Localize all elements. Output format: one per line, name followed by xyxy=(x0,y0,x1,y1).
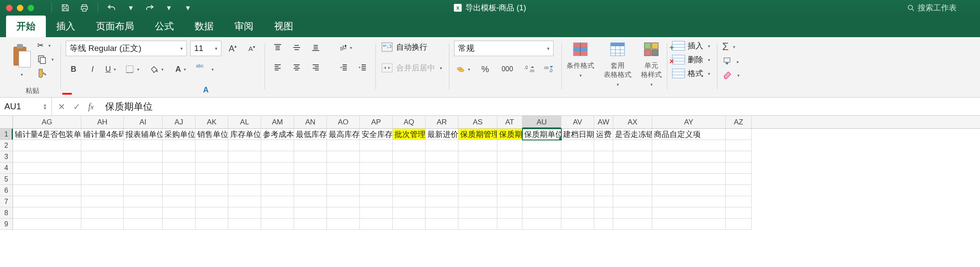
cell-AI6[interactable] xyxy=(124,185,163,196)
cell-AX9[interactable] xyxy=(613,219,652,230)
cell-AW7[interactable] xyxy=(594,196,613,207)
cell-AO7[interactable] xyxy=(327,196,360,207)
cell-AM9[interactable] xyxy=(261,219,294,230)
paste-button[interactable] xyxy=(10,42,34,70)
cell-AZ8[interactable] xyxy=(726,207,752,219)
row-header-7[interactable]: 7 xyxy=(0,196,13,207)
cell-AR5[interactable] xyxy=(426,174,458,185)
column-header-AY[interactable]: AY xyxy=(652,116,726,128)
cell-AI5[interactable] xyxy=(124,174,163,185)
decrease-decimal-button[interactable]: .00.0 xyxy=(541,62,556,76)
cell-AH1[interactable]: 辅计量4条码 xyxy=(81,129,124,140)
cell-AJ6[interactable] xyxy=(163,185,195,196)
column-header-AT[interactable]: AT xyxy=(497,116,522,128)
cell-AW3[interactable] xyxy=(594,151,613,162)
column-header-AO[interactable]: AO xyxy=(327,116,360,128)
format-painter-button[interactable] xyxy=(37,68,55,78)
cell-AV5[interactable] xyxy=(561,174,594,185)
decrease-font-button[interactable]: A▾ xyxy=(244,41,259,55)
cell-AS4[interactable] xyxy=(458,162,497,174)
cell-AQ7[interactable] xyxy=(393,196,426,207)
save-icon[interactable] xyxy=(60,2,71,13)
cell-AK8[interactable] xyxy=(195,207,228,219)
cell-AR6[interactable] xyxy=(426,185,458,196)
cell-AQ6[interactable] xyxy=(393,185,426,196)
column-header-AZ[interactable]: AZ xyxy=(726,116,752,128)
column-header-AS[interactable]: AS xyxy=(458,116,497,128)
cell-AT3[interactable] xyxy=(497,151,522,162)
cell-AW1[interactable]: 运费 xyxy=(594,129,613,140)
cell-AP2[interactable] xyxy=(360,140,393,151)
cell-AO1[interactable]: 最高库存 xyxy=(327,129,360,140)
cell-AN2[interactable] xyxy=(294,140,327,151)
column-header-AH[interactable]: AH xyxy=(81,116,124,128)
cell-AX2[interactable] xyxy=(613,140,652,151)
align-center-button[interactable] xyxy=(289,60,304,74)
tab-review[interactable]: 审阅 xyxy=(224,16,264,37)
cell-AZ2[interactable] xyxy=(726,140,752,151)
enter-formula-button[interactable]: ✓ xyxy=(73,102,80,112)
cell-AN5[interactable] xyxy=(294,174,327,185)
formula-input[interactable]: 保质期单位 xyxy=(100,100,980,113)
cell-AG2[interactable] xyxy=(13,140,81,151)
cell-AT1[interactable]: 保质期 xyxy=(497,129,522,140)
cell-AP4[interactable] xyxy=(360,162,393,174)
cell-AZ3[interactable] xyxy=(726,151,752,162)
row-header-6[interactable]: 6 xyxy=(0,185,13,196)
font-color-button[interactable]: A▾ xyxy=(171,62,192,76)
cell-AQ8[interactable] xyxy=(393,207,426,219)
cell-AV8[interactable] xyxy=(561,207,594,219)
cell-AY4[interactable] xyxy=(652,162,726,174)
cell-AI4[interactable] xyxy=(124,162,163,174)
cell-AU8[interactable] xyxy=(522,207,561,219)
cell-AV9[interactable] xyxy=(561,219,594,230)
cell-AS9[interactable] xyxy=(458,219,497,230)
cell-AN9[interactable] xyxy=(294,219,327,230)
select-all-corner[interactable] xyxy=(0,116,13,128)
cell-AL8[interactable] xyxy=(228,207,261,219)
cell-AH6[interactable] xyxy=(81,185,124,196)
increase-decimal-button[interactable]: .0.00 xyxy=(522,62,537,76)
cell-AG1[interactable]: 辅计量4是否包装单位 xyxy=(13,129,81,140)
align-bottom-button[interactable] xyxy=(308,41,323,54)
cell-AX4[interactable] xyxy=(613,162,652,174)
cell-AT2[interactable] xyxy=(497,140,522,151)
cell-AK6[interactable] xyxy=(195,185,228,196)
cell-AI8[interactable] xyxy=(124,207,163,219)
cell-AQ3[interactable] xyxy=(393,151,426,162)
cell-AM6[interactable] xyxy=(261,185,294,196)
cell-AT5[interactable] xyxy=(497,174,522,185)
font-size-combo[interactable]: 11▾ xyxy=(190,41,221,56)
cell-AZ1[interactable] xyxy=(726,129,752,140)
bold-button[interactable]: B xyxy=(66,62,81,76)
cut-button[interactable]: ✂▾ xyxy=(37,41,55,50)
cell-AY6[interactable] xyxy=(652,185,726,196)
cell-AR3[interactable] xyxy=(426,151,458,162)
cell-AK1[interactable]: 销售单位 xyxy=(195,129,228,140)
cell-AR7[interactable] xyxy=(426,196,458,207)
cell-AP1[interactable]: 安全库存 xyxy=(360,129,393,140)
cell-AY1[interactable]: 商品自定义项 xyxy=(652,129,726,140)
cell-AV4[interactable] xyxy=(561,162,594,174)
cell-AY3[interactable] xyxy=(652,151,726,162)
conditional-format-button[interactable]: 条件格式 ▾ xyxy=(567,41,594,78)
underline-button[interactable]: U▾ xyxy=(104,62,119,76)
cell-AN6[interactable] xyxy=(294,185,327,196)
column-header-AQ[interactable]: AQ xyxy=(393,116,426,128)
cell-AO3[interactable] xyxy=(327,151,360,162)
cell-AT6[interactable] xyxy=(497,185,522,196)
align-left-button[interactable] xyxy=(270,60,285,74)
row-header-3[interactable]: 3 xyxy=(0,151,13,162)
cell-AV2[interactable] xyxy=(561,140,594,151)
insert-cells-button[interactable]: +插入▾ xyxy=(672,41,712,51)
cell-AJ4[interactable] xyxy=(163,162,195,174)
cell-AW4[interactable] xyxy=(594,162,613,174)
cell-AM7[interactable] xyxy=(261,196,294,207)
tab-insert[interactable]: 插入 xyxy=(46,16,86,37)
cell-AP5[interactable] xyxy=(360,174,393,185)
tab-home[interactable]: 开始 xyxy=(6,16,46,37)
cell-AX6[interactable] xyxy=(613,185,652,196)
cell-AI1[interactable]: 报表辅单位 xyxy=(124,129,163,140)
column-header-AV[interactable]: AV xyxy=(561,116,594,128)
cell-AS1[interactable]: 保质期管理 xyxy=(458,129,497,140)
